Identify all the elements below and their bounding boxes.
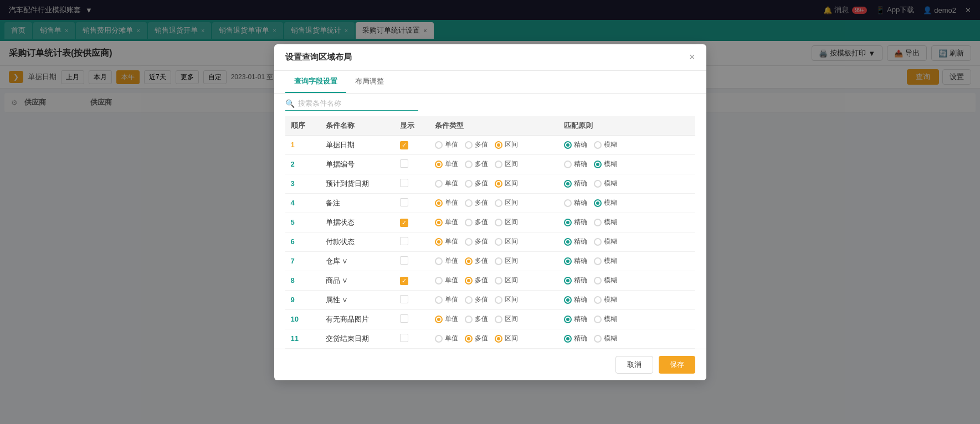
modal-title: 设置查询区域布局 xyxy=(285,52,352,63)
modal-table-wrap: 顺序 条件名称 显示 条件类型 匹配原则 1单据日期单值多值区间精确模糊2单据编… xyxy=(274,116,706,117)
modal-header: 设置查询区域布局 × xyxy=(274,44,706,71)
modal-close-btn[interactable]: × xyxy=(689,52,695,62)
search-icon: 🔍 xyxy=(285,99,295,108)
th-show: 显示 xyxy=(394,116,429,117)
th-name: 条件名称 xyxy=(320,116,394,117)
settings-modal: 设置查询区域布局 × 查询字段设置 布局调整 🔍 xyxy=(274,44,706,117)
th-match-rule: 匹配原则 xyxy=(558,116,695,117)
modal-overlay: 设置查询区域布局 × 查询字段设置 布局调整 🔍 xyxy=(0,0,980,117)
tab-layout-adjust[interactable]: 布局调整 xyxy=(346,71,393,93)
search-input[interactable] xyxy=(298,99,418,107)
modal-tabs: 查询字段设置 布局调整 xyxy=(274,71,706,94)
th-condition-type: 条件类型 xyxy=(429,116,558,117)
tab-query-fields[interactable]: 查询字段设置 xyxy=(285,71,346,93)
modal-body: 查询字段设置 布局调整 🔍 顺序 条 xyxy=(274,71,706,117)
th-order: 顺序 xyxy=(285,116,320,117)
modal-search-area: 🔍 xyxy=(274,94,706,116)
conditions-table: 顺序 条件名称 显示 条件类型 匹配原则 1单据日期单值多值区间精确模糊2单据编… xyxy=(285,116,695,117)
search-box: 🔍 xyxy=(285,99,418,111)
